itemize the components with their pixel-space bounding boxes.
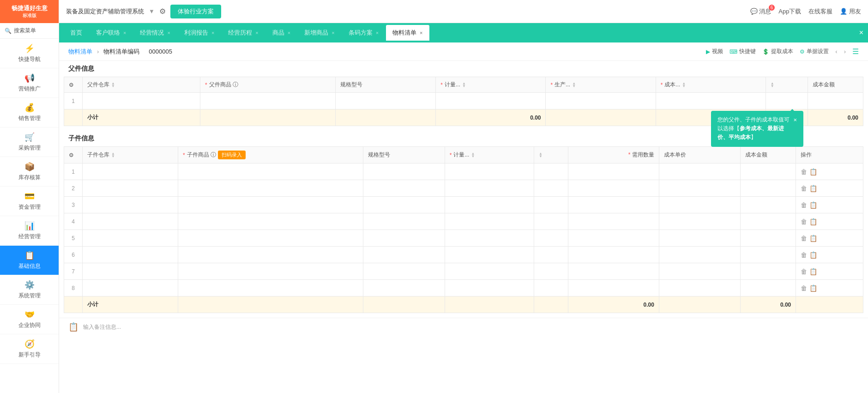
- copy-icon[interactable]: 📋: [809, 235, 817, 242]
- child-row-sort[interactable]: [534, 247, 568, 263]
- child-row-warehouse[interactable]: [83, 280, 178, 296]
- child-row-unit[interactable]: [445, 197, 534, 213]
- tab-products[interactable]: 商品 ×: [266, 25, 297, 41]
- sidebar-item-finance[interactable]: 💳 资金管理: [0, 187, 59, 216]
- copy-icon[interactable]: 📋: [809, 284, 817, 292]
- child-row-spec[interactable]: [363, 280, 445, 296]
- user-avatar[interactable]: 👤 用友: [840, 7, 861, 16]
- scan-button[interactable]: 扫码录入: [218, 151, 246, 159]
- delete-icon[interactable]: 🗑: [801, 235, 807, 242]
- child-row-warehouse[interactable]: [83, 263, 178, 280]
- tab-bom-close[interactable]: ×: [420, 30, 422, 36]
- copy-icon[interactable]: 📋: [809, 268, 817, 275]
- child-row-unit-cost[interactable]: [659, 213, 740, 230]
- child-row-sort[interactable]: [534, 280, 568, 296]
- child-row-sort[interactable]: [534, 163, 568, 180]
- child-row-qty[interactable]: [568, 180, 659, 197]
- child-row-qty[interactable]: [568, 280, 659, 296]
- child-row-warehouse[interactable]: [83, 197, 178, 213]
- copy-icon[interactable]: 📋: [809, 168, 817, 175]
- sidebar-item-sales[interactable]: 💰 销售管理: [0, 98, 59, 127]
- tab-history-close[interactable]: ×: [255, 30, 258, 36]
- child-row-qty[interactable]: [568, 247, 659, 263]
- message-icon[interactable]: 💬 消息 6: [750, 7, 772, 16]
- copy-icon[interactable]: 📋: [809, 251, 817, 259]
- child-row-product[interactable]: [178, 230, 363, 247]
- child-row-warehouse[interactable]: [83, 213, 178, 230]
- child-row-unit-cost[interactable]: [659, 163, 740, 180]
- delete-icon[interactable]: 🗑: [801, 218, 807, 225]
- child-row-spec[interactable]: [363, 163, 445, 180]
- tab-new-product-close[interactable]: ×: [332, 30, 334, 36]
- child-row-unit[interactable]: [445, 280, 534, 296]
- delete-icon[interactable]: 🗑: [801, 284, 807, 292]
- tab-barcode-close[interactable]: ×: [376, 30, 379, 36]
- child-row-unit[interactable]: [445, 230, 534, 247]
- child-row-spec[interactable]: [363, 247, 445, 263]
- child-row-product[interactable]: [178, 280, 363, 296]
- child-col-settings[interactable]: ⚙: [64, 147, 83, 163]
- tab-products-close[interactable]: ×: [288, 30, 290, 36]
- online-service-link[interactable]: 在线客服: [808, 7, 832, 16]
- child-row-sort[interactable]: [534, 197, 568, 213]
- child-row-product[interactable]: [178, 213, 363, 230]
- child-row-unit-cost[interactable]: [659, 230, 740, 247]
- note-placeholder[interactable]: 输入备注信息...: [83, 323, 121, 331]
- tab-operations-close[interactable]: ×: [167, 30, 170, 36]
- child-row-sort[interactable]: [534, 230, 568, 247]
- action-view[interactable]: ▶ 视频: [706, 48, 723, 55]
- tab-history[interactable]: 经营历程 ×: [222, 25, 265, 41]
- child-row-product[interactable]: [178, 197, 363, 213]
- child-row-spec[interactable]: [363, 180, 445, 197]
- sidebar-item-quick-nav[interactable]: ⚡ 快捷导航: [0, 39, 59, 68]
- trial-button[interactable]: 体验行业方案: [170, 5, 221, 18]
- close-all-tabs[interactable]: ×: [859, 29, 863, 37]
- child-row-warehouse[interactable]: [83, 247, 178, 263]
- child-row-sort[interactable]: [534, 263, 568, 280]
- delete-icon[interactable]: 🗑: [801, 251, 807, 259]
- delete-icon[interactable]: 🗑: [801, 168, 807, 175]
- child-row-sort[interactable]: [534, 213, 568, 230]
- child-row-warehouse[interactable]: [83, 230, 178, 247]
- tab-profit-close[interactable]: ×: [211, 30, 214, 36]
- tab-barcode[interactable]: 条码方案 ×: [342, 25, 385, 41]
- copy-icon[interactable]: 📋: [809, 201, 817, 209]
- child-row-product[interactable]: [178, 180, 363, 197]
- tab-customers[interactable]: 客户联络 ×: [90, 25, 133, 41]
- child-row-unit-cost[interactable]: [659, 197, 740, 213]
- parent-col-settings[interactable]: ⚙: [64, 77, 83, 93]
- list-view-icon[interactable]: ☰: [852, 47, 859, 56]
- app-download-link[interactable]: App下载: [778, 7, 801, 16]
- child-row-spec[interactable]: [363, 263, 445, 280]
- settings-gear-icon[interactable]: ⚙: [159, 7, 166, 16]
- copy-icon[interactable]: 📋: [809, 185, 817, 192]
- child-row-unit-cost[interactable]: [659, 247, 740, 263]
- child-row-warehouse[interactable]: [83, 180, 178, 197]
- child-row-qty[interactable]: [568, 163, 659, 180]
- child-row-unit[interactable]: [445, 180, 534, 197]
- parent-row-unit[interactable]: [436, 93, 546, 109]
- page-next[interactable]: ›: [844, 48, 846, 55]
- sidebar-item-guide[interactable]: 🧭 新手引导: [0, 334, 59, 364]
- dropdown-arrow-icon[interactable]: ▼: [149, 8, 155, 15]
- tooltip-close-button[interactable]: ×: [793, 115, 797, 125]
- child-row-spec[interactable]: [363, 230, 445, 247]
- tab-customers-close[interactable]: ×: [123, 30, 126, 36]
- sidebar-item-inventory[interactable]: 📦 库存核算: [0, 157, 59, 187]
- child-row-unit-cost[interactable]: [659, 263, 740, 280]
- sidebar-item-system[interactable]: ⚙️ 系统管理: [0, 275, 59, 305]
- sidebar-item-marketing[interactable]: 📢 营销推广: [0, 68, 59, 98]
- child-row-unit-cost[interactable]: [659, 180, 740, 197]
- action-cost[interactable]: 💲 提取成本: [762, 48, 793, 55]
- action-shortcut[interactable]: ⌨ 快捷键: [729, 48, 756, 55]
- child-row-product[interactable]: [178, 163, 363, 180]
- parent-row-proddate[interactable]: [546, 93, 656, 109]
- delete-icon[interactable]: 🗑: [801, 201, 807, 209]
- child-row-spec[interactable]: [363, 197, 445, 213]
- parent-row-warehouse[interactable]: [83, 93, 200, 109]
- delete-icon[interactable]: 🗑: [801, 185, 807, 192]
- child-row-unit-cost[interactable]: [659, 280, 740, 296]
- action-settings[interactable]: ⚙ 单据设置: [800, 48, 829, 55]
- child-row-unit[interactable]: [445, 163, 534, 180]
- child-row-qty[interactable]: [568, 213, 659, 230]
